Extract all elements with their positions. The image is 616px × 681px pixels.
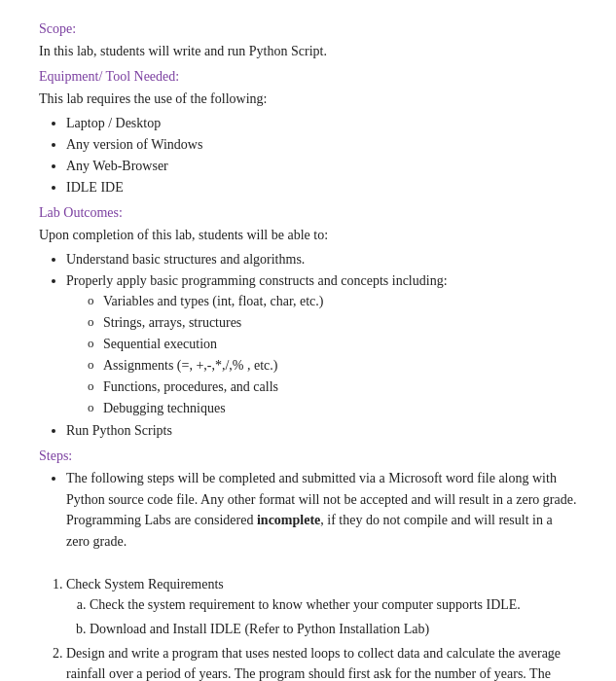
list-item: Assignments (=, +,-,*,/,% , etc.) xyxy=(86,355,577,376)
list-item: Check System Requirements Check the syst… xyxy=(66,574,577,639)
sub-list: Variables and types (int, float, char, e… xyxy=(86,291,577,418)
list-item: Sequential execution xyxy=(86,334,577,354)
equipment-intro: This lab requires the use of the followi… xyxy=(39,89,577,109)
scope-section: Scope: In this lab, students will write … xyxy=(39,21,577,61)
list-item: Download and Install IDLE (Refer to Pyth… xyxy=(90,619,577,639)
equipment-section: Equipment/ Tool Needed: This lab require… xyxy=(39,69,577,197)
list-item: Properly apply basic programming constru… xyxy=(66,270,577,418)
list-item: Check the system requirement to know whe… xyxy=(90,594,577,615)
scope-heading: Scope: xyxy=(39,21,577,37)
list-item: IDLE IDE xyxy=(66,177,577,197)
list-item: Run Python Scripts xyxy=(66,420,577,441)
list-item: Any Web-Browser xyxy=(66,156,577,176)
list-item: Understand basic structures and algorith… xyxy=(66,249,577,269)
steps-note-list: The following steps will be completed an… xyxy=(66,468,577,553)
steps-heading: Steps: xyxy=(39,448,577,464)
steps-numbered-list: Check System Requirements Check the syst… xyxy=(66,574,577,681)
list-item: Design and write a program that uses nes… xyxy=(66,643,577,681)
page-content: Scope: In this lab, students will write … xyxy=(0,0,616,681)
steps-note-item: The following steps will be completed an… xyxy=(66,468,577,553)
equipment-heading: Equipment/ Tool Needed: xyxy=(39,69,577,85)
outcomes-intro: Upon completion of this lab, students wi… xyxy=(39,225,577,245)
steps-section: Steps: The following steps will be compl… xyxy=(39,448,577,681)
outcomes-heading: Lab Outcomes: xyxy=(39,205,577,221)
outcomes-list: Understand basic structures and algorith… xyxy=(66,249,577,441)
scope-body: In this lab, students will write and run… xyxy=(39,41,577,61)
list-item: Functions, procedures, and calls xyxy=(86,376,577,397)
steps-note-text: The following steps will be completed an… xyxy=(66,471,576,549)
list-item: Variables and types (int, float, char, e… xyxy=(86,291,577,311)
steps-sub-list: Check the system requirement to know whe… xyxy=(90,594,577,639)
equipment-list: Laptop / Desktop Any version of Windows … xyxy=(66,113,577,197)
list-item: Laptop / Desktop xyxy=(66,113,577,133)
list-item: Any version of Windows xyxy=(66,134,577,155)
list-item: Debugging techniques xyxy=(86,398,577,418)
list-item: Strings, arrays, structures xyxy=(86,312,577,333)
outcomes-section: Lab Outcomes: Upon completion of this la… xyxy=(39,205,577,441)
